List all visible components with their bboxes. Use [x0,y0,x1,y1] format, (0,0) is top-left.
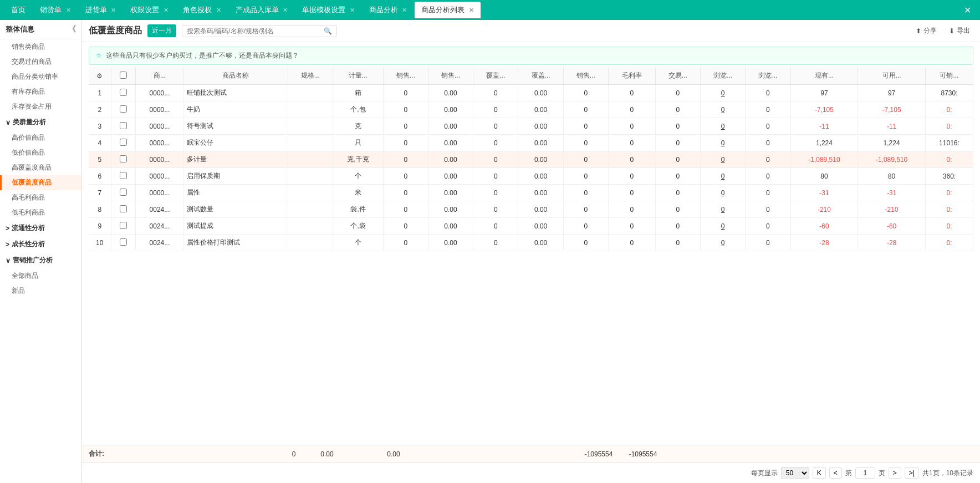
search-input[interactable] [187,27,321,35]
row-browse2: 0 [746,85,790,101]
sidebar-item-low-profit[interactable]: 低毛利商品 [0,205,81,220]
coverage2-col-header[interactable]: 覆盖... [518,67,563,85]
page-input[interactable] [855,467,875,479]
sidebar-collapse-button[interactable]: 《 [68,24,76,34]
sidebar-section-group-analysis[interactable]: ∨ 类群量分析 [0,114,81,130]
sidebar-item-high-profit[interactable]: 高毛利商品 [0,190,81,205]
row-browse1[interactable]: 0 [701,85,746,101]
current-stock-col-header[interactable]: 现有... [790,67,858,85]
row-checkbox[interactable] [111,235,136,251]
row-num: 4 [89,135,111,151]
sales-qty-col-header[interactable]: 销售... [383,67,428,85]
sidebar-item-category-rate[interactable]: 商品分类动销率 [0,69,81,84]
unit-col-header[interactable]: 计量... [333,67,384,85]
sales-days-col-header[interactable]: 销售... [563,67,608,85]
row-transaction: 0 [655,151,700,168]
row-browse1[interactable]: 0 [701,118,746,135]
nav-tab-home[interactable]: 首页 [4,2,32,18]
sidebar-item-sales-products[interactable]: 销售类商品 [0,39,81,54]
page-prev-button[interactable]: < [829,467,842,479]
browse2-col-header[interactable]: 浏览... [746,67,790,85]
spec-col-header[interactable]: 规格... [288,67,333,85]
page-last-button[interactable]: >| [905,467,919,479]
nav-tab-template[interactable]: 单据模板设置 ✕ [295,2,361,18]
close-permissions-icon[interactable]: ✕ [164,7,169,13]
settings-col-header[interactable]: ⚙ [89,67,111,85]
row-browse1[interactable]: 0 [701,101,746,118]
sidebar-item-low-coverage[interactable]: 低覆盖度商品 [0,175,81,190]
gross-margin-col-header[interactable]: 毛利率 [609,67,656,85]
sales-amt-col-header[interactable]: 销售... [428,67,473,85]
nav-tab-sales[interactable]: 销货单 ✕ [33,2,78,18]
checkbox-col-header[interactable] [111,67,136,85]
available-col-header[interactable]: 可用... [858,67,926,85]
row-checkbox[interactable] [111,185,136,201]
row-checkbox[interactable] [111,85,136,101]
row-browse1[interactable]: 0 [701,201,746,218]
sidebar-item-traded-products[interactable]: 交易过的商品 [0,54,81,69]
close-sales-icon[interactable]: ✕ [66,7,71,13]
row-gross-margin: 0 [609,185,656,201]
page-size-select[interactable]: 50 100 200 [781,467,809,479]
sidebar-item-low-value[interactable]: 低价值商品 [0,145,81,160]
search-icon[interactable]: 🔍 [324,27,332,35]
row-checkbox[interactable] [111,218,136,235]
row-sales-qty: 0 [383,235,428,251]
nav-tab-product-analysis-list[interactable]: 商品分析列表 ✕ [415,2,481,18]
browse1-col-header[interactable]: 浏览... [701,67,746,85]
row-sales-qty: 0 [383,185,428,201]
close-purchase-icon[interactable]: ✕ [111,7,116,13]
sidebar-item-capital[interactable]: 库存资金占用 [0,99,81,114]
page-first-button[interactable]: K [813,467,826,479]
transaction-col-header[interactable]: 交易... [655,67,700,85]
nav-tab-product-analysis[interactable]: 商品分析 ✕ [363,2,414,18]
coverage1-col-header[interactable]: 覆盖... [473,67,518,85]
page-next-button[interactable]: > [889,467,901,479]
sidebar-item-new-products[interactable]: 新品 [0,283,81,298]
row-browse1[interactable]: 0 [701,218,746,235]
sidebar-section-marketing[interactable]: ∨ 营销推广分析 [0,252,81,268]
row-checkbox[interactable] [111,118,136,135]
nav-tab-inventory[interactable]: 产成品入库单 ✕ [229,2,295,18]
row-browse2: 0 [746,201,790,218]
sidebar-section-liquidity[interactable]: > 流通性分析 [0,220,81,236]
select-all-checkbox[interactable] [120,72,127,79]
period-button[interactable]: 近一月 [147,24,176,37]
page-unit: 页 [879,469,885,478]
close-product-analysis-list-icon[interactable]: ✕ [469,7,474,13]
row-checkbox[interactable] [111,151,136,168]
name-col-header[interactable]: 商品名称 [183,67,288,85]
row-current-stock: -60 [790,218,858,235]
code-col-header[interactable]: 商... [136,67,183,85]
row-sales-qty: 0 [383,101,428,118]
sidebar-item-stocked[interactable]: 有库存商品 [0,84,81,99]
row-checkbox[interactable] [111,101,136,118]
row-browse1[interactable]: 0 [701,135,746,151]
row-sales-days: 0 [563,135,608,151]
row-spec [288,85,333,101]
row-checkbox[interactable] [111,168,136,185]
sidebar-section-growth[interactable]: > 成长性分析 [0,236,81,252]
close-template-icon[interactable]: ✕ [350,7,355,13]
nav-tab-permissions[interactable]: 权限设置 ✕ [124,2,175,18]
sidebar-item-high-value[interactable]: 高价值商品 [0,130,81,145]
row-code: 0000... [136,118,183,135]
nav-tab-purchase[interactable]: 进货单 ✕ [79,2,123,18]
sidebar-item-all-products[interactable]: 全部商品 [0,268,81,283]
row-checkbox[interactable] [111,201,136,218]
row-browse1[interactable]: 0 [701,185,746,201]
row-sales-qty: 0 [383,201,428,218]
row-checkbox[interactable] [111,135,136,151]
row-browse1[interactable]: 0 [701,235,746,251]
close-product-analysis-icon[interactable]: ✕ [402,7,407,13]
sidebar-item-high-coverage[interactable]: 高覆盖度商品 [0,160,81,175]
export-button[interactable]: ⬇ 导出 [946,24,973,37]
sellable-col-header[interactable]: 可销... [925,67,973,85]
close-inventory-icon[interactable]: ✕ [283,7,288,13]
row-browse1[interactable]: 0 [701,151,746,168]
row-browse1[interactable]: 0 [701,168,746,185]
nav-close-button[interactable]: ✕ [959,3,976,18]
nav-tab-roles[interactable]: 角色授权 ✕ [176,2,228,18]
close-roles-icon[interactable]: ✕ [216,7,221,13]
share-button[interactable]: ⬆ 分享 [912,24,940,37]
